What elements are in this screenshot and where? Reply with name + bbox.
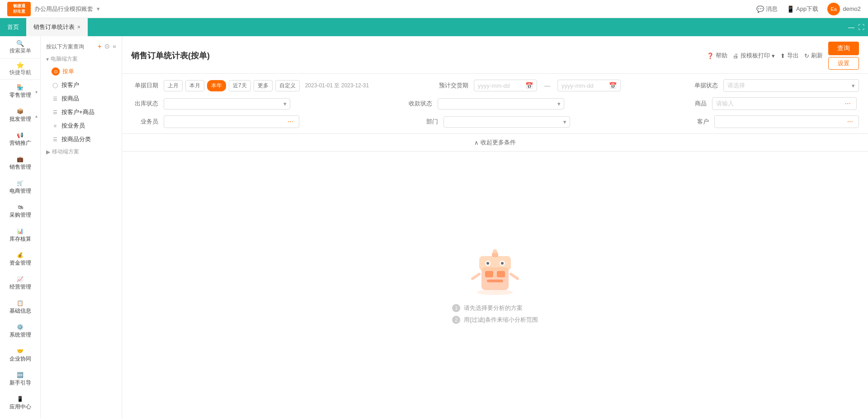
user-profile[interactable]: Ea demo2 [827,3,861,15]
sidebar-item-sales[interactable]: 💼 销售管理 [0,152,40,176]
print-btn[interactable]: 🖨 按模板打印 ▾ [733,52,775,60]
date-btn-last-month[interactable]: 上月 [164,80,183,91]
sidebar-item-system[interactable]: ⚙️ 系统管理 [0,319,40,343]
mobile-category[interactable]: ▶ 移动端方案 [41,146,122,157]
date-btn-more[interactable]: 更多 [254,80,273,91]
sidebar-item-retail[interactable]: 🏪 零售管理 ▾ [0,80,40,104]
page-header: 销售订单统计表(按单) ❓ 帮助 🖨 按模板打印 ▾ ⬆ 导出 [122,36,868,74]
expected-date-start[interactable]: yyyy-mm-dd 📅 [474,80,537,91]
top-bar-left: 畅捷通好生意 办公用品行业模拟账套 ▾ [7,2,100,16]
tab-home[interactable]: 首页 [0,18,26,36]
sidebar-shortcut[interactable]: ⭐ 快捷导航 [0,59,40,80]
empty-illustration [468,242,522,297]
receive-status-select[interactable] [438,98,564,109]
sidebar-item-basics[interactable]: 📋 基础信息 [0,295,40,319]
collapse-content: ∧ 收起更多条件 [474,138,516,147]
settings-scheme-btn[interactable]: ⊙ [104,43,110,51]
collapse-bar[interactable]: ∧ 收起更多条件 [122,134,868,152]
inventory-icon: 📊 [17,228,24,234]
sidebar-item-wechat[interactable]: 💬 企业微信 [0,415,40,418]
scheme-item-1[interactable]: ◯ 按客户 [41,78,122,92]
customer-ellipsis[interactable]: ··· [845,118,855,126]
empty-tips: 1 请先选择要分析的方案 2 用[过滤]条件来缩小分析范围 [452,304,538,328]
status-select[interactable]: 请选择 ▾ [723,79,859,92]
window-maximize-icon[interactable]: ⛶ [858,24,864,31]
receive-status-select-wrap [438,98,564,109]
purchase-icon: 🛍 [18,204,23,210]
svg-rect-4 [487,280,503,282]
add-scheme-btn[interactable]: + [98,43,102,51]
collapse-panel-btn[interactable]: « [113,43,116,51]
date-btn-custom[interactable]: 自定义 [275,80,300,91]
top-bar: 畅捷通好生意 办公用品行业模拟账套 ▾ 💬 消息 📱 App下载 Ea demo… [0,0,868,18]
svg-rect-2 [485,271,493,277]
window-minimize-icon[interactable]: — [848,24,854,31]
basics-icon: 📋 [17,300,24,306]
scheme-item-0[interactable]: ⊙ 按单 [41,65,122,78]
goods-ellipsis[interactable]: ··· [843,100,852,108]
mobile-arrow-icon: ▶ [46,149,50,155]
empty-state: 1 请先选择要分析的方案 2 用[过滤]条件来缩小分析范围 [122,152,868,418]
customer-input[interactable]: ··· [714,115,859,128]
tip-num-2: 2 [452,316,460,324]
sidebar-item-appstore[interactable]: 📱 应用中心 [0,391,40,415]
app-download-btn[interactable]: 📱 App下载 [787,5,818,13]
settings-btn[interactable]: 设置 [828,57,859,70]
query-btn[interactable]: 查询 [828,42,859,55]
svg-line-13 [511,274,518,279]
sidebar-item-ecommerce[interactable]: 🛒 电商管理 [0,176,40,200]
sidebar-item-cooperation[interactable]: 🤝 企业协同 [0,343,40,367]
left-panel-header: 按以下方案查询 + ⊙ « [41,40,122,53]
scheme-item-4[interactable]: ≡ 按业务员 [41,119,122,133]
message-btn[interactable]: 💬 消息 [756,5,778,13]
dept-label: 部门 [411,118,438,126]
scheme-item-2[interactable]: ☰ 按商品 [41,92,122,105]
svg-line-12 [472,274,479,279]
download-icon: 📱 [787,5,794,13]
help-icon: ❓ [707,52,714,59]
pc-category: ▾ 电脑端方案 [41,53,122,65]
app-title-arrow[interactable]: ▾ [97,5,100,12]
scheme-item-3[interactable]: ☰ 按客户+商品 [41,105,122,119]
sidebar-item-wholesale[interactable]: 📦 批发管理 ▴ [0,104,40,128]
retail-arrow-icon: ▾ [35,89,38,94]
tab-close-icon[interactable]: × [77,24,80,30]
content-area: 按以下方案查询 + ⊙ « ▾ 电脑端方案 ⊙ 按单 ◯ 按客户 ☰ [41,36,868,418]
export-btn[interactable]: ⬆ 导出 [780,52,799,60]
sidebar-item-marketing[interactable]: 📢 营销推广 [0,128,40,152]
help-btn[interactable]: ❓ 帮助 [707,52,727,60]
sidebar-item-finance[interactable]: 💰 资金管理 [0,247,40,271]
salesman-ellipsis[interactable]: ··· [286,118,295,126]
sidebar-item-newguide[interactable]: 🆕 新手引导 [0,367,40,391]
svg-rect-3 [497,271,505,277]
customer-label: 客户 [682,118,709,126]
sidebar-item-inventory[interactable]: 📊 库存核算 [0,223,40,247]
tab-bar-actions: — ⛶ [848,18,868,36]
cooperation-icon: 🤝 [17,348,24,354]
scheme-icon-2: ☰ [52,95,59,102]
refresh-icon: ↻ [804,52,809,59]
filter-row-2: 出库状态 收款状态 商品 [131,97,859,110]
page-actions: ❓ 帮助 🖨 按模板打印 ▾ ⬆ 导出 ↻ 刷新 [707,42,859,70]
dept-select[interactable] [443,116,570,128]
scheme-item-5[interactable]: ☰ 按商品分类 [41,133,122,146]
sidebar-item-purchase[interactable]: 🛍 采购管理 [0,200,40,223]
out-status-select[interactable] [164,98,290,109]
svg-point-11 [493,249,497,254]
salesman-input[interactable]: ··· [164,115,299,128]
sidebar-item-operations[interactable]: 📈 经营管理 [0,271,40,295]
sidebar-search[interactable]: 🔍 搜索菜单 [0,36,40,59]
tab-active[interactable]: 销售订单统计表 × [26,18,88,36]
svg-point-8 [486,262,489,265]
salesman-label: 业务员 [131,118,158,126]
date-btn-last-7[interactable]: 近7天 [229,80,251,91]
goods-input[interactable]: 请输入 ··· [712,97,857,110]
main-content: 销售订单统计表(按单) ❓ 帮助 🖨 按模板打印 ▾ ⬆ 导出 [122,36,868,418]
refresh-btn[interactable]: ↻ 刷新 [804,52,823,60]
goods-label: 商品 [679,100,707,108]
date-btn-this-year[interactable]: 本年 [207,80,226,91]
scheme-icon-3: ☰ [52,109,59,116]
date-btn-this-month[interactable]: 本月 [185,80,204,91]
date-range-text: 2023-01-01 至 2023-12-31 [305,82,369,90]
expected-date-end[interactable]: yyyy-mm-dd 📅 [557,80,621,91]
